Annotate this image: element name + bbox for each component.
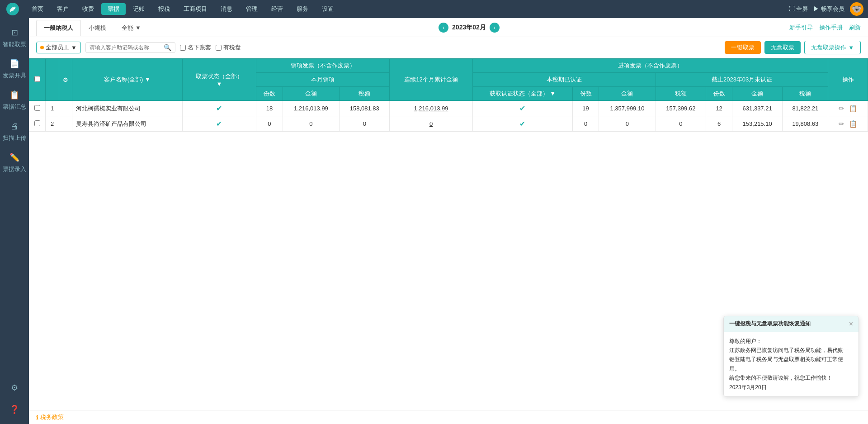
col-customer-header[interactable]: 客户名称(全部) ▼	[72, 59, 183, 101]
row1-ticket-status: ✔	[182, 101, 256, 116]
col-ops-header: 操作	[828, 59, 868, 101]
col-config-header: ⚙	[59, 59, 72, 101]
nav-customer[interactable]: 客户	[51, 3, 75, 15]
nav-message[interactable]: 消息	[214, 3, 239, 15]
row1-checkbox[interactable]	[29, 101, 46, 116]
new-guide-link[interactable]: 新手引导	[789, 24, 813, 32]
tax-policy-link[interactable]: ℹ 税务政策	[36, 413, 64, 421]
row1-config	[59, 101, 72, 116]
col-status-header[interactable]: 取票状态（全部） ▼	[182, 59, 256, 101]
sidebar-item-settings[interactable]: ⚙	[0, 378, 29, 398]
sidebar: ⊡ 智能取票 📄 发票开具 📋 票据汇总 🖨 扫描上传 ✏️ 票据录入 ⚙ ❓	[0, 18, 29, 424]
nav-bookkeeping[interactable]: 记账	[127, 3, 151, 15]
manual-link[interactable]: 操作手册	[819, 24, 843, 32]
popup-body-text: 尊敬的用户： 江苏政务网已恢复访问电子税务局功能，易代账一键登陆电子税务局与无盘…	[729, 337, 853, 392]
bottom-bar: ℹ 税务政策	[29, 410, 868, 424]
col-cert-status-header[interactable]: 获取认证状态（全部） ▼	[472, 87, 572, 101]
row1-detail-btn[interactable]: 📋	[849, 105, 858, 112]
col-no-header	[46, 59, 59, 101]
popup-close-btn[interactable]: ×	[849, 320, 853, 328]
row2-checkbox[interactable]	[29, 116, 46, 132]
app-logo	[5, 1, 21, 17]
row1-period-count: 19	[572, 101, 599, 116]
help-icon: ❓	[8, 403, 21, 416]
row1-ops: ✏ 📋	[828, 101, 868, 116]
period-prev-btn[interactable]: ‹	[439, 23, 448, 33]
invoice-table: ⚙ 客户名称(全部) ▼ 取票状态（全部） ▼ 销项发票（不含作废票） 连续12…	[29, 58, 868, 132]
row1-cumulative[interactable]: 1,216,013.99	[390, 101, 472, 116]
sidebar-item-scan-upload[interactable]: 🖨 扫描上传	[0, 116, 29, 146]
nav-fee[interactable]: 收费	[76, 3, 100, 15]
sidebar-item-ticket-entry[interactable]: ✏️ 票据录入	[0, 148, 29, 177]
nav-invoice[interactable]: 票据	[101, 3, 126, 15]
col-purch-tax-header: 税额	[656, 87, 706, 101]
col-sales-count-header: 份数	[256, 87, 283, 101]
tab-small-scale[interactable]: 小规模	[81, 20, 114, 36]
nav-business[interactable]: 工商项目	[177, 3, 213, 15]
row2-cumulative[interactable]: 0	[390, 116, 472, 132]
popup-header: 一键报税与无盘取票功能恢复通知 ×	[724, 316, 859, 332]
action-bar: 全部员工 ▼ 🔍 名下账套 有税盘 一键取票 无盘取票 无盘取票操作 ▼	[29, 37, 868, 58]
row1-edit-btn[interactable]: ✏	[839, 105, 844, 112]
employee-select[interactable]: 全部员工 ▼	[36, 42, 81, 53]
sidebar-item-invoice-issue[interactable]: 📄 发票开具	[0, 54, 29, 83]
user-avatar[interactable]: 🐨	[850, 2, 863, 16]
top-navigation: 首页 客户 收费 票据 记账 报税 工商项目 消息 管理 经营 服务 设置 ⛶ …	[0, 0, 868, 18]
row1-no: 1	[46, 101, 59, 116]
checkbox-account[interactable]	[180, 45, 186, 51]
row1-month-amount: 1,216,013.99	[283, 101, 340, 116]
member-btn[interactable]: ▶ 畅享会员	[813, 5, 844, 13]
col-cumulative-header: 连续12个月累计金额	[390, 59, 472, 101]
nav-menu: 首页 客户 收费 票据 记账 报税 工商项目 消息 管理 经营 服务 设置	[25, 3, 789, 15]
row2-period-tax: 0	[656, 116, 706, 132]
row2-ticket-status: ✔	[182, 116, 256, 132]
table-row: 1 河北柯孺梳实业有限公司 ✔ 18 1,216,013.99 158,081.…	[29, 101, 868, 116]
checkbox-taxdisk[interactable]	[216, 45, 222, 51]
row2-unrecog-count: 6	[706, 116, 732, 132]
row2-customer: 灵寿县尚泽矿产品有限公司	[72, 116, 183, 132]
no-disk-btn[interactable]: 无盘取票	[764, 41, 801, 54]
tab-all-capable[interactable]: 全能 ▼	[114, 20, 149, 36]
no-disk-ops-btn[interactable]: 无盘取票操作 ▼	[804, 41, 861, 54]
sidebar-item-invoice-summary[interactable]: 📋 票据汇总	[0, 85, 29, 114]
row2-no: 2	[46, 116, 59, 132]
row2-detail-btn[interactable]: 📋	[849, 120, 858, 128]
one-click-btn[interactable]: 一键取票	[725, 41, 761, 54]
row2-edit-btn[interactable]: ✏	[839, 120, 844, 128]
popup-title: 一键报税与无盘取票功能恢复通知	[729, 320, 811, 328]
scan-upload-icon: 🖨	[8, 120, 21, 133]
checkbox-taxdisk-label[interactable]: 有税盘	[216, 43, 241, 52]
fullscreen-btn[interactable]: ⛶ 全屏	[789, 5, 808, 13]
settings-icon: ⚙	[8, 381, 21, 394]
row1-month-tax: 158,081.83	[340, 101, 390, 116]
row2-month-count: 0	[256, 116, 283, 132]
col-unrecog-tax-header: 税额	[783, 87, 828, 101]
nav-operation[interactable]: 经营	[265, 3, 289, 15]
nav-manage[interactable]: 管理	[240, 3, 264, 15]
nav-tax[interactable]: 报税	[152, 3, 176, 15]
row2-period-amount: 0	[599, 116, 656, 132]
nav-right-actions: ⛶ 全屏 ▶ 畅享会员 🐨	[789, 2, 863, 16]
tab-general-taxpayer[interactable]: 一般纳税人	[36, 20, 81, 36]
nav-settings[interactable]: 设置	[316, 3, 340, 15]
sidebar-item-help[interactable]: ❓	[0, 400, 29, 419]
tax-policy-label: 税务政策	[40, 413, 64, 421]
invoice-summary-icon: 📋	[8, 89, 21, 101]
col-sales-amount-header: 金额	[283, 87, 340, 101]
row1-customer: 河北柯孺梳实业有限公司	[72, 101, 183, 116]
row2-config	[59, 116, 72, 132]
refresh-link[interactable]: 刷新	[849, 24, 861, 32]
search-input[interactable]	[90, 44, 162, 51]
period-next-btn[interactable]: ›	[490, 23, 500, 33]
row1-unrecog-amount: 631,337.21	[732, 101, 783, 116]
row2-month-tax: 0	[340, 116, 390, 132]
search-btn[interactable]: 🔍	[164, 44, 171, 51]
nav-service[interactable]: 服务	[290, 3, 315, 15]
sidebar-item-smart-ticket[interactable]: ⊡ 智能取票	[0, 23, 29, 52]
select-all-checkbox[interactable]	[34, 76, 40, 82]
checkbox-account-label[interactable]: 名下账套	[180, 43, 211, 52]
col-purch-count-header: 份数	[572, 87, 599, 101]
col-checkbox-header	[29, 59, 46, 101]
nav-home[interactable]: 首页	[25, 3, 50, 15]
employee-label: 全部员工	[46, 43, 69, 52]
